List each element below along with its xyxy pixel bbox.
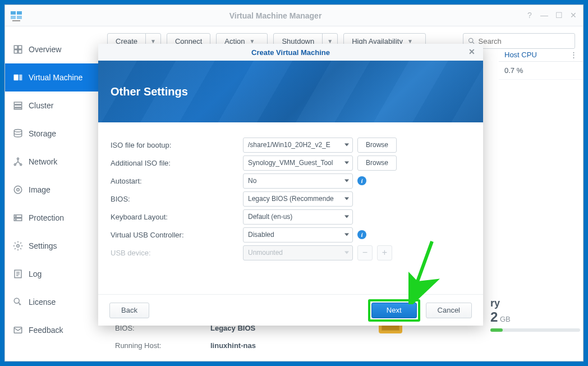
svg-rect-7 [14, 50, 17, 53]
help-icon[interactable]: ? [525, 11, 535, 21]
svg-point-18 [14, 186, 22, 194]
back-button[interactable]: Back [109, 303, 149, 318]
protection-icon [13, 213, 23, 223]
select-usbdev: Unmounted [243, 245, 353, 260]
close-icon[interactable]: ✕ [468, 47, 477, 56]
detail-host-label: Running Host: [115, 341, 210, 350]
info-icon[interactable]: i [357, 176, 366, 185]
sidebar-item-log[interactable]: Log [5, 260, 99, 288]
th-hostcpu[interactable]: Host CPU ⋮ [499, 48, 583, 62]
svg-rect-8 [19, 50, 22, 53]
browse-iso2[interactable]: Browse [357, 155, 397, 171]
label-iso1: ISO file for bootup: [111, 141, 243, 149]
overview-icon [13, 44, 23, 54]
svg-point-14 [14, 130, 22, 132]
svg-rect-0 [11, 11, 16, 15]
select-autostart[interactable]: No [243, 173, 353, 189]
close-icon[interactable]: ✕ [568, 11, 578, 21]
row-autostart: Autostart: No i [111, 172, 471, 190]
label-usbdev: USB device: [111, 249, 243, 257]
sidebar-item-label: Network [29, 157, 57, 166]
sidebar-item-overview[interactable]: Overview [5, 35, 99, 63]
chevron-down-icon[interactable]: ▼ [146, 38, 160, 44]
svg-rect-1 [17, 11, 22, 15]
select-keyboard[interactable]: Default (en-us) [243, 209, 353, 225]
browse-iso1[interactable]: Browse [357, 138, 397, 153]
sidebar-item-label: Settings [29, 241, 57, 250]
info-icon[interactable]: i [357, 230, 366, 239]
modal-body: ISO file for bootup: /share1/Win10_20H2_… [98, 122, 483, 294]
sidebar-item-feedback[interactable]: Feedback [5, 316, 99, 344]
sidebar-item-label: License [29, 298, 56, 306]
sidebar-item-label: Protection [29, 213, 64, 222]
svg-rect-12 [14, 105, 22, 107]
gear-icon [13, 241, 23, 251]
sidebar-item-license[interactable]: License [5, 288, 99, 316]
kebab-icon[interactable]: ⋮ [570, 51, 577, 59]
select-bios[interactable]: Legacy BIOS (Recommende [243, 191, 353, 207]
svg-point-31 [469, 38, 473, 42]
sidebar-item-image[interactable]: Image [5, 176, 99, 204]
hostcpu-column: Host CPU ⋮ 0.7 % [499, 48, 583, 80]
app-icon [10, 9, 23, 22]
titlebar: Virtual Machine Manager ? — ☐ ✕ [5, 5, 583, 26]
svg-rect-9 [14, 75, 19, 81]
sidebar-item-label: Feedback [29, 326, 63, 335]
svg-point-19 [17, 189, 20, 191]
log-icon [13, 269, 23, 279]
remove-usb-button: − [357, 245, 373, 260]
sidebar-item-label: Log [29, 269, 42, 278]
row-iso2: Additional ISO file: Synology_VMM_Guest_… [111, 154, 471, 172]
row-usbctrl: Virtual USB Controller: Disabled i [111, 226, 471, 244]
sidebar-item-storage[interactable]: Storage [5, 120, 99, 148]
svg-rect-4 [12, 20, 20, 21]
svg-rect-6 [19, 45, 22, 49]
memory-card: ry 2 GB [490, 298, 580, 332]
minimize-icon[interactable]: — [539, 11, 549, 21]
td-hostcpu: 0.7 % [499, 62, 583, 80]
modal-hero-title: Other Settings [111, 85, 188, 98]
select-iso1[interactable]: /share1/Win10_20H2_v2_E [243, 138, 353, 153]
svg-rect-10 [19, 75, 22, 81]
modal-hero: Other Settings [98, 61, 483, 122]
next-button[interactable]: Next [371, 303, 417, 318]
cluster-icon [13, 100, 23, 111]
sidebar-item-label: Virtual Machine [29, 73, 82, 82]
sidebar-item-settings[interactable]: Settings [5, 232, 99, 260]
network-icon [13, 157, 23, 167]
sidebar-item-label: Storage [29, 129, 56, 138]
label-autostart: Autostart: [111, 177, 243, 185]
svg-point-23 [16, 219, 17, 220]
sidebar-item-label: Overview [29, 45, 61, 54]
svg-rect-2 [11, 16, 16, 19]
svg-point-22 [16, 216, 17, 217]
label-iso2: Additional ISO file: [111, 159, 243, 167]
sidebar-item-vm[interactable]: Virtual Machine [5, 63, 99, 92]
select-iso2[interactable]: Synology_VMM_Guest_Tool [243, 155, 353, 171]
memory-progress [490, 328, 580, 332]
select-usbctrl[interactable]: Disabled [243, 227, 353, 243]
vm-icon [13, 72, 23, 83]
row-keyboard: Keyboard Layout: Default (en-us) [111, 208, 471, 226]
svg-rect-13 [14, 108, 22, 109]
chevron-down-icon: ▼ [403, 38, 417, 44]
sidebar-item-protection[interactable]: Protection [5, 204, 99, 232]
svg-point-15 [17, 158, 19, 159]
svg-rect-5 [14, 45, 17, 49]
label-keyboard: Keyboard Layout: [111, 213, 243, 221]
window-title: Virtual Machine Manager [26, 11, 525, 20]
svg-rect-11 [14, 102, 22, 104]
svg-point-24 [17, 245, 20, 248]
svg-rect-3 [17, 16, 22, 19]
chevron-down-icon[interactable]: ▼ [323, 38, 337, 44]
cancel-button[interactable]: Cancel [426, 303, 472, 318]
row-usbdev: USB device: Unmounted − + [111, 244, 471, 262]
sidebar-item-network[interactable]: Network [5, 148, 99, 176]
image-icon [13, 185, 23, 195]
storage-icon [13, 129, 23, 139]
maximize-icon[interactable]: ☐ [554, 11, 564, 21]
sidebar-item-cluster[interactable]: Cluster [5, 92, 99, 120]
sidebar-item-label: Cluster [29, 101, 53, 110]
search-input[interactable] [479, 37, 570, 45]
next-highlight: Next [368, 299, 420, 322]
